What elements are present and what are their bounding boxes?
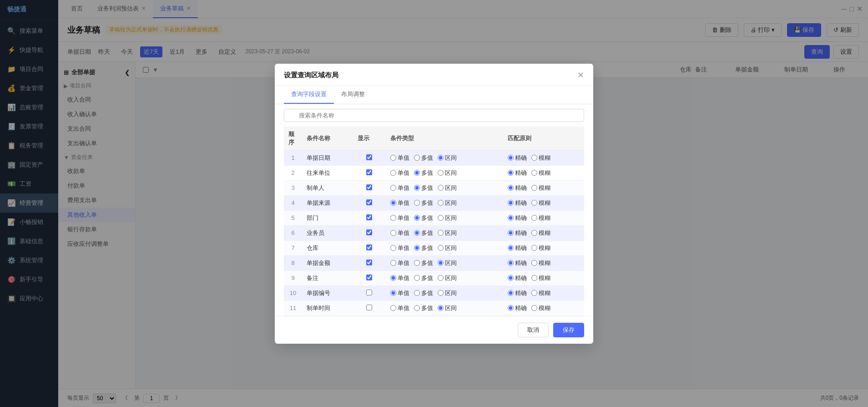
cancel-button[interactable]: 取消 [518,323,549,337]
type-radio-多值[interactable]: 多值 [414,274,433,282]
display-checkbox[interactable] [366,305,372,310]
type-radio-单值[interactable]: 单值 [390,184,409,192]
type-radio-单值[interactable]: 单值 [390,244,409,252]
type-radio-单值[interactable]: 单值 [390,229,409,237]
cell-display[interactable] [353,285,386,300]
dialog-tabs: 查询字段设置 布局调整 [275,86,593,104]
type-radio-多值[interactable]: 多值 [414,169,433,177]
match-radio-精确[interactable]: 精确 [508,244,527,252]
match-radio-精确[interactable]: 精确 [508,304,527,312]
match-radio-模糊[interactable]: 模糊 [531,289,550,297]
match-radio-精确[interactable]: 精确 [508,289,527,297]
type-radio-区间[interactable]: 区间 [438,229,457,237]
cell-name: 制单人 [302,180,353,195]
save-dialog-button[interactable]: 保存 [553,323,584,337]
match-radio-模糊[interactable]: 模糊 [531,184,550,192]
type-radio-单值[interactable]: 单值 [390,199,409,207]
type-radio-多值[interactable]: 多值 [414,184,433,192]
match-radio-精确[interactable]: 精确 [508,259,527,267]
col-type: 条件类型 [386,127,504,151]
match-radio-精确[interactable]: 精确 [508,154,527,162]
display-checkbox[interactable] [366,244,372,250]
tab-layout-settings[interactable]: 布局调整 [334,86,372,104]
type-radio-区间[interactable]: 区间 [438,244,457,252]
display-checkbox[interactable] [366,169,372,175]
type-radio-多值[interactable]: 多值 [414,199,433,207]
type-radio-单值[interactable]: 单值 [390,214,409,222]
cell-display[interactable] [353,150,386,165]
match-radio-精确[interactable]: 精确 [508,274,527,282]
match-radio-模糊[interactable]: 模糊 [531,169,550,177]
cell-type: 单值多值区间 [386,270,504,285]
match-radio-模糊[interactable]: 模糊 [531,244,550,252]
dialog-close-button[interactable]: ✕ [577,71,584,79]
cell-name: 单据编号 [302,285,353,300]
cell-name: 部门 [302,210,353,225]
type-radio-多值[interactable]: 多值 [414,259,433,267]
cell-display[interactable] [353,255,386,270]
type-radio-多值[interactable]: 多值 [414,154,433,162]
display-checkbox[interactable] [366,154,372,160]
col-name: 条件名称 [302,127,353,151]
cell-match: 精确模糊 [503,255,584,270]
type-radio-区间[interactable]: 区间 [438,154,457,162]
cell-order: 2 [284,165,302,180]
match-radio-精确[interactable]: 精确 [508,229,527,237]
cell-order: 3 [284,180,302,195]
cell-match: 精确模糊 [503,165,584,180]
cell-display[interactable] [353,240,386,255]
match-radio-模糊[interactable]: 模糊 [531,274,550,282]
cell-match: 精确模糊 [503,210,584,225]
cell-display[interactable] [353,300,386,315]
match-radio-精确[interactable]: 精确 [508,184,527,192]
match-radio-模糊[interactable]: 模糊 [531,199,550,207]
type-radio-单值[interactable]: 单值 [390,259,409,267]
match-radio-模糊[interactable]: 模糊 [531,304,550,312]
display-checkbox[interactable] [366,259,372,265]
tab-field-settings[interactable]: 查询字段设置 [284,86,334,104]
type-radio-区间[interactable]: 区间 [438,169,457,177]
cell-display[interactable] [353,165,386,180]
cell-display[interactable] [353,225,386,240]
type-radio-单值[interactable]: 单值 [390,274,409,282]
type-radio-多值[interactable]: 多值 [414,304,433,312]
cell-display[interactable] [353,180,386,195]
type-radio-区间[interactable]: 区间 [438,274,457,282]
dialog-title: 设置查询区域布局 [284,71,338,80]
type-radio-多值[interactable]: 多值 [414,229,433,237]
match-radio-模糊[interactable]: 模糊 [531,154,550,162]
type-radio-区间[interactable]: 区间 [438,214,457,222]
cell-display[interactable] [353,270,386,285]
type-radio-区间[interactable]: 区间 [438,199,457,207]
type-radio-区间[interactable]: 区间 [438,184,457,192]
display-checkbox[interactable] [366,290,372,295]
type-radio-单值[interactable]: 单值 [390,304,409,312]
display-checkbox[interactable] [366,184,372,190]
conditions-table: 顺序 条件名称 显示 条件类型 匹配原则 1单据日期单值多值区间精确模糊2往来单… [284,127,584,316]
display-checkbox[interactable] [366,199,372,205]
cell-display[interactable] [353,195,386,210]
type-radio-区间[interactable]: 区间 [438,289,457,297]
match-radio-精确[interactable]: 精确 [508,169,527,177]
type-radio-单值[interactable]: 单值 [390,289,409,297]
type-radio-区间[interactable]: 区间 [438,304,457,312]
type-radio-多值[interactable]: 多值 [414,289,433,297]
display-checkbox[interactable] [366,214,372,220]
type-radio-多值[interactable]: 多值 [414,244,433,252]
type-radio-单值[interactable]: 单值 [390,169,409,177]
display-checkbox[interactable] [366,275,372,280]
settings-dialog: 设置查询区域布局 ✕ 查询字段设置 布局调整 顺序 [275,64,593,344]
match-radio-模糊[interactable]: 模糊 [531,259,550,267]
type-radio-区间[interactable]: 区间 [438,259,457,267]
type-radio-多值[interactable]: 多值 [414,214,433,222]
match-radio-模糊[interactable]: 模糊 [531,214,550,222]
col-match: 匹配原则 [503,127,584,151]
cell-display[interactable] [353,210,386,225]
match-radio-精确[interactable]: 精确 [508,214,527,222]
display-checkbox[interactable] [366,229,372,235]
type-radio-单值[interactable]: 单值 [390,154,409,162]
match-radio-模糊[interactable]: 模糊 [531,229,550,237]
condition-search-input[interactable] [284,109,584,122]
match-radio-精确[interactable]: 精确 [508,199,527,207]
cell-name: 往来单位 [302,165,353,180]
